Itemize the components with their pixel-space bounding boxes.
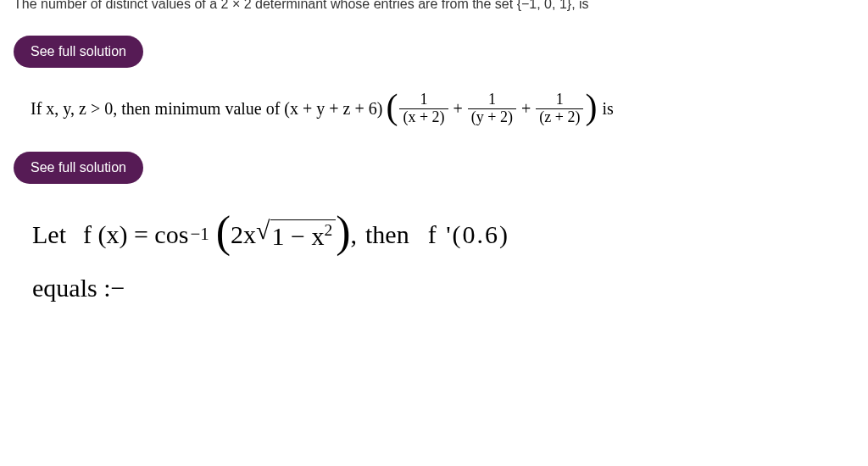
radicand-sup: 2 (324, 221, 332, 239)
plus-2: + (521, 99, 531, 119)
truncated-question-text: The number of distinct values of a 2 × 2… (14, 0, 854, 12)
sqrt-expression: √ 1 − x2 (256, 218, 336, 250)
fraction-2-num: 1 (485, 92, 499, 108)
q2-let: Let (32, 208, 66, 261)
fraction-3: 1 (z + 2) (536, 92, 583, 126)
radicand: 1 − x2 (270, 219, 337, 252)
question-1: If x, y, z > 0, then minimum value of (x… (31, 92, 854, 126)
right-paren-icon: ) (585, 95, 597, 119)
fraction-1-num: 1 (416, 92, 431, 108)
q2-then: then (365, 208, 409, 261)
q1-suffix-text: is (602, 99, 613, 119)
question-1-expression: If x, y, z > 0, then minimum value of (x… (31, 92, 854, 126)
left-paren-icon-2: ( (216, 219, 231, 245)
q2-inverse-exponent: −1 (190, 215, 209, 252)
question-2-line-2: equals :− (32, 261, 854, 314)
left-paren-icon: ( (386, 95, 398, 119)
fraction-1-den: (x + 2) (399, 108, 448, 126)
fraction-1: 1 (x + 2) (399, 92, 448, 126)
fraction-2-den: (y + 2) (468, 108, 516, 126)
fraction-3-den: (z + 2) (536, 108, 583, 126)
radicand-text: 1 − x (272, 222, 325, 250)
radical-icon: √ (256, 218, 270, 243)
fraction-3-num: 1 (553, 92, 567, 108)
see-full-solution-button-1[interactable]: See full solution (14, 36, 143, 68)
fraction-2: 1 (y + 2) (468, 92, 516, 126)
comma: , (351, 208, 358, 261)
right-paren-icon-2: ) (336, 219, 350, 245)
q2-two-x: 2x (231, 208, 256, 261)
q2-f-prime: f '(0.6) (428, 208, 509, 261)
plus-1: + (453, 99, 463, 119)
q1-prefix-text: If x, y, z > 0, then minimum value of (x… (31, 99, 382, 119)
see-full-solution-button-2[interactable]: See full solution (14, 152, 143, 184)
q2-fx: f (x) = cos (83, 208, 188, 261)
question-2: Let f (x) = cos −1 ( 2x √ 1 − x2 ) , the… (32, 208, 854, 314)
question-2-line-1: Let f (x) = cos −1 ( 2x √ 1 − x2 ) , the… (32, 208, 854, 261)
